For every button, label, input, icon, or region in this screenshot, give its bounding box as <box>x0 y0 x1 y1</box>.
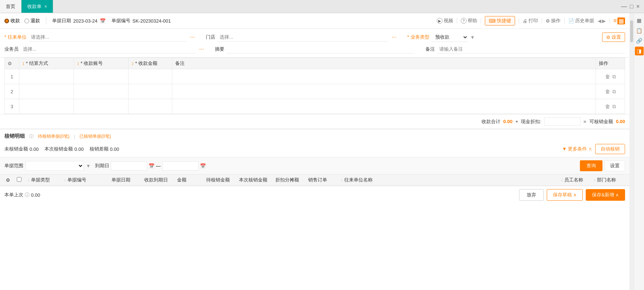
verif-gear-icon[interactable]: ⚙ <box>6 177 10 183</box>
history-button[interactable]: 📄 历史单据 <box>568 17 594 24</box>
table-gear-icon[interactable]: ⚙ <box>8 61 12 66</box>
save-new-button[interactable]: 保存&新增 ∧ <box>586 189 625 201</box>
abandon-button[interactable]: 放弃 <box>519 189 544 201</box>
date-to-input[interactable]: 2022-04-12 <box>162 161 199 171</box>
tab-close-button[interactable]: × <box>44 4 47 9</box>
sidebar-link-icon[interactable]: 🔗 <box>635 36 644 45</box>
account-cell-3[interactable] <box>74 99 129 114</box>
amount-cell-3[interactable] <box>129 99 172 114</box>
biz-type-select[interactable]: 预收款 <box>432 32 468 42</box>
settle-cell-2[interactable] <box>19 84 74 99</box>
scrollbar-thumb[interactable] <box>630 20 633 42</box>
minimize-button[interactable]: — <box>621 3 627 10</box>
col-action-header: 操作 <box>596 58 625 69</box>
copy-icon-1[interactable]: ⧉ <box>612 74 616 80</box>
col-sales: 销售订单 <box>307 177 339 183</box>
col-gear-verif[interactable]: ⚙ <box>4 177 15 183</box>
settle-cell-3[interactable] <box>19 99 74 114</box>
sidebar-table-icon[interactable]: ▦ <box>635 16 644 25</box>
discount-input[interactable] <box>544 117 581 126</box>
collapse-icon[interactable]: ∧ <box>588 146 592 152</box>
range-select[interactable] <box>25 161 84 171</box>
calendar-from-icon[interactable]: 📅 <box>149 163 154 169</box>
partner-input[interactable] <box>29 33 186 42</box>
store-input[interactable] <box>217 33 388 42</box>
select-all-checkbox[interactable] <box>17 177 21 182</box>
operation-button[interactable]: ⚙ 操作 <box>546 17 561 24</box>
filter-icon[interactable]: ▼ <box>562 146 567 152</box>
scrollbar[interactable] <box>629 13 634 290</box>
verif-setting-button[interactable]: 设置 <box>605 160 625 171</box>
tr-divider5 <box>564 18 565 24</box>
calendar-icon[interactable]: 📅 <box>100 18 106 24</box>
tab-home[interactable]: 首页 <box>0 0 21 13</box>
delete-icon-2[interactable]: 🗑 <box>605 89 610 94</box>
setting-button[interactable]: ⚙ 设置 <box>602 32 625 42</box>
biz-type-field: * 业务类型 预收款 ▼ <box>407 32 598 42</box>
settle-cell-1[interactable] <box>19 69 74 84</box>
main-content: 收款 退款 单据日期 2023-03-24 📅 单据编号 SK-20230324… <box>0 13 644 290</box>
notes-input[interactable] <box>437 45 625 54</box>
shortcut-button[interactable]: ⌨ 快捷键 <box>485 16 515 26</box>
nav-next-button[interactable]: ▶ <box>602 18 606 24</box>
print-icon: 🖨 <box>523 18 527 24</box>
save-draft-button[interactable]: 保存草稿 ∧ <box>547 189 583 201</box>
remark-cell-2[interactable] <box>172 84 596 99</box>
diff-stat: 核销差额 0.00 <box>90 146 119 152</box>
col-gear-header[interactable]: ⚙ <box>5 58 19 69</box>
diff-value: 0.00 <box>110 146 119 152</box>
account-cell-1[interactable] <box>74 69 129 84</box>
verif-info-icon[interactable]: ⓘ <box>29 133 34 140</box>
grid-view-button[interactable]: ▦ <box>617 17 625 24</box>
query-button[interactable]: 查询 <box>580 160 602 171</box>
verified-tab[interactable]: 已核销单据(0笔) <box>79 133 111 140</box>
summary-input[interactable] <box>227 45 415 54</box>
delete-icon-3[interactable]: 🗑 <box>605 103 610 109</box>
help-button[interactable]: ? 帮助 <box>461 17 477 24</box>
tab-active[interactable]: 收款单 × <box>21 0 53 13</box>
staff-more-button[interactable]: ··· <box>199 46 204 52</box>
radio-receipt[interactable]: 收款 <box>4 17 20 24</box>
tab-home-label: 首页 <box>6 3 15 10</box>
sidebar-doc-icon[interactable]: 📋 <box>635 26 644 35</box>
auto-verify-button[interactable]: 自动核销 <box>595 144 625 154</box>
tr-divider3 <box>519 18 519 24</box>
list-view-button[interactable]: ≡ <box>613 17 617 24</box>
net-value: 0.00 <box>616 119 625 124</box>
remark-cell-1[interactable] <box>172 69 596 84</box>
more-conditions-label[interactable]: 更多条件 <box>568 146 587 152</box>
toolbar-divider <box>46 17 46 24</box>
staff-input[interactable] <box>21 45 196 54</box>
tr-divider4 <box>542 18 542 24</box>
this-cancel-value: 0.00 <box>74 146 83 152</box>
delete-icon-1[interactable]: 🗑 <box>605 74 610 79</box>
sidebar-expand-icon[interactable]: ◨ <box>635 47 644 55</box>
copy-icon-3[interactable]: ⧉ <box>612 103 616 110</box>
store-more-button[interactable]: ··· <box>392 34 396 40</box>
radio-refund[interactable]: 退款 <box>24 17 40 24</box>
close-window-button[interactable]: × <box>636 3 640 10</box>
tr-divider1 <box>457 18 457 24</box>
help-icon: ? <box>461 18 467 24</box>
pending-tab[interactable]: 待核销单据(0笔) <box>38 133 70 140</box>
receipt-total-label: 收款合计 <box>482 118 500 125</box>
copy-icon-2[interactable]: ⧉ <box>612 89 616 95</box>
calendar-to-icon[interactable]: 📅 <box>200 163 206 169</box>
info-icon[interactable]: ⓘ <box>25 192 30 198</box>
account-cell-2[interactable] <box>74 84 129 99</box>
partner-more-button[interactable]: ··· <box>190 34 195 40</box>
amount-cell-1[interactable] <box>129 69 172 84</box>
date-from-input[interactable]: 2022-04-01 <box>111 161 147 171</box>
maximize-button[interactable]: □ <box>630 3 633 10</box>
video-button[interactable]: ▶ 视频 <box>437 17 453 24</box>
uncancelled-value: 0.00 <box>30 146 39 152</box>
row-num-2: 2 <box>8 89 16 94</box>
remark-cell-3[interactable] <box>172 99 596 114</box>
amount-cell-2[interactable] <box>129 84 172 99</box>
history-icon: 📄 <box>568 18 574 24</box>
print-button[interactable]: 🖨 打印 <box>523 17 538 24</box>
col-settle-header: ↕ * 结算方式 <box>19 58 74 69</box>
form-section: * 往来单位 ··· 门店 ··· * 业务类型 预收款 <box>0 29 629 58</box>
notes-field: 备注 <box>425 45 625 54</box>
nav-prev-button[interactable]: ◀ <box>598 18 601 24</box>
